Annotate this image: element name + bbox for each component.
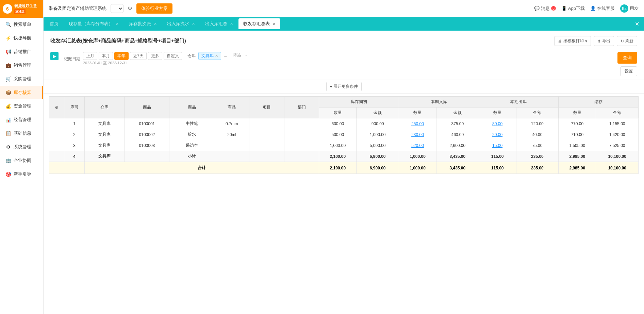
cell-opening-amt-3: 6,900.00 [357, 151, 399, 162]
tab-label-recv-send: 收发存汇总表 [243, 21, 270, 27]
curr-year-btn[interactable]: 本年 [114, 52, 129, 60]
custom-date-btn[interactable]: 自定义 [164, 52, 182, 60]
cell-project-3 [249, 151, 284, 162]
th-out-amt: 金额 [516, 108, 559, 118]
logo-title: 畅捷通好生意 [14, 3, 37, 9]
prev-month-btn[interactable]: 上月 [83, 52, 97, 60]
cell-in-qty-1[interactable]: 230.00 [399, 129, 436, 140]
online-service-item[interactable]: 👤 在线客服 [590, 5, 615, 12]
cell-spec-2 [214, 140, 249, 151]
download-icon: 📱 [561, 6, 567, 11]
table-container: ⚙ 序号 仓库 商品 商品 商品 项目 部门 库存期初 本期入库 本期出库 结存 [44, 94, 644, 174]
message-item[interactable]: 💬 消息 6 [534, 5, 556, 12]
print-btn[interactable]: 🖨 按模板打印 ▾ [554, 36, 591, 46]
curr-month-btn[interactable]: 本月 [99, 52, 113, 60]
cell-out-qty-2[interactable]: 15.00 [479, 140, 516, 151]
warehouse-tag-close[interactable]: ✕ [215, 54, 218, 58]
cell-settings-0 [49, 118, 64, 129]
tab-close-inout-summary[interactable]: ✕ [230, 22, 233, 26]
filter-row: ▶ 记账日期 上月 本月 本年 近7天 更多 自定义 2023-01-01 至 [44, 49, 644, 80]
cell-out-qty-0[interactable]: 80.00 [479, 118, 516, 129]
corp-icon: 🏢 [5, 158, 11, 163]
sidebar-item-quick[interactable]: ⚡快捷导航 [0, 31, 43, 45]
export-btn[interactable]: ⬆ 导出 [594, 36, 614, 46]
tab-recv-send[interactable]: 收发存汇总表✕ [238, 18, 280, 29]
cell-name-3: 小计 [169, 151, 214, 162]
header-right: 💬 消息 6 📱 App下载 👤 在线客服 Ea 用友 [534, 4, 639, 13]
cell-in-qty-2[interactable]: 520.00 [399, 140, 436, 151]
app-logo: 6 畅捷通好生意 标准版 [0, 0, 43, 18]
th-closing: 结存 [559, 97, 639, 108]
more-date-btn[interactable]: 更多 [148, 52, 162, 60]
sidebar-label-sales: 销售管理 [14, 62, 31, 68]
sidebar-label-corp: 企业协同 [14, 158, 31, 164]
refresh-btn[interactable]: ↻ 刷新 [617, 36, 637, 46]
th-warehouse: 仓库 [85, 97, 125, 118]
footer-out-qty: 115.00 [479, 162, 516, 174]
table-settings-th[interactable]: ⚙ [49, 97, 64, 118]
sidebar-item-purchase[interactable]: 🛒采购管理 [0, 72, 43, 86]
tab-home[interactable]: 首页 [45, 18, 63, 29]
tab-close-batch[interactable]: ✕ [154, 22, 157, 26]
header-settings-icon[interactable]: ⚙ [128, 5, 132, 12]
th-rownum: 序号 [64, 97, 84, 118]
cell-out-amt-3: 235.00 [516, 151, 559, 162]
base-icon: 📋 [5, 131, 11, 136]
cell-in-qty-0[interactable]: 250.00 [399, 118, 436, 129]
data-table: ⚙ 序号 仓库 商品 商品 商品 项目 部门 库存期初 本期入库 本期出库 结存 [49, 96, 639, 174]
warehouse-more-icon[interactable]: ··· [224, 54, 227, 59]
date-buttons: 上月 本月 本年 近7天 更多 自定义 [83, 52, 182, 60]
quick-icon: ⚡ [5, 35, 11, 41]
expand-conditions-btn[interactable]: ▾ 展开更多条件 [326, 82, 362, 91]
sidebar-item-sales[interactable]: 💼销售管理 [0, 59, 43, 72]
refresh-label: 刷新 [625, 38, 633, 44]
sidebar-item-guide[interactable]: 🎯新手引导 [0, 167, 43, 181]
sidebar-item-operations[interactable]: 📊经营管理 [0, 113, 43, 127]
cell-closing-qty-1: 710.00 [559, 129, 596, 140]
seven-days-btn[interactable]: 近7天 [130, 52, 147, 60]
filter-toggle-btn[interactable]: ▶ [50, 52, 59, 60]
tabs-bar: 首页现存量（库存分布表）✕库存批次账✕出入库流水✕出入库汇总✕收发存汇总表✕ ✕ [44, 17, 644, 31]
cell-dept-1 [284, 129, 319, 140]
sidebar-item-finance[interactable]: 💰资金管理 [0, 99, 43, 113]
tab-close-inout-flow[interactable]: ✕ [192, 22, 195, 26]
tab-close-stock-dist[interactable]: ✕ [116, 22, 119, 26]
page-title: 收发存汇总表(按仓库+商品编码+商品+规格型号+项目+部门) [50, 38, 186, 44]
sidebar-item-corp[interactable]: 🏢企业协同 [0, 154, 43, 167]
app-download-item[interactable]: 📱 App下载 [561, 5, 585, 12]
query-btn[interactable]: 查询 [617, 52, 637, 64]
footer-closing-amt: 10,100.00 [596, 162, 639, 174]
setting-btn[interactable]: 设置 [620, 66, 637, 76]
footer-opening-amt: 6,900.00 [357, 162, 399, 174]
sidebar-item-system[interactable]: ⚙系统管理 [0, 140, 43, 154]
page-header: 收发存汇总表(按仓库+商品编码+商品+规格型号+项目+部门) 🖨 按模板打印 ▾… [44, 31, 644, 49]
sidebar-label-system: 系统管理 [14, 144, 31, 150]
th-code: 商品 [125, 97, 169, 118]
tabs-close-all-icon[interactable]: ✕ [631, 21, 643, 27]
sidebar-label-marketing: 营销推广 [14, 49, 31, 55]
sidebar-item-base[interactable]: 📋基础信息 [0, 127, 43, 140]
th-project: 项目 [249, 97, 284, 118]
cell-project-2 [249, 140, 284, 151]
export-icon: ⬆ [597, 39, 601, 44]
tab-batch[interactable]: 库存批次账✕ [124, 18, 162, 29]
tab-inout-summary[interactable]: 出入库汇总✕ [200, 18, 238, 29]
tab-close-recv-send[interactable]: ✕ [273, 22, 276, 26]
sidebar-label-base: 基础信息 [14, 130, 31, 136]
cell-code-2: 0100003 [125, 140, 169, 151]
sidebar-item-marketing[interactable]: 📢营销推广 [0, 45, 43, 59]
goods-more-icon[interactable]: ··· [244, 53, 247, 57]
cell-out-qty-1[interactable]: 20.00 [479, 129, 516, 140]
tab-stock-dist[interactable]: 现存量（库存分布表）✕ [64, 18, 123, 29]
table-row: 3 文具库 0100003 采访本 1,000.00 5,000.00 520.… [49, 140, 639, 151]
footer-closing-qty: 2,985.00 [559, 162, 596, 174]
header-select[interactable] [111, 4, 123, 13]
user-item[interactable]: Ea 用友 [620, 4, 639, 13]
sidebar-item-inventory[interactable]: 📦库存核算 [0, 86, 43, 99]
app-download-label: App下载 [568, 5, 585, 12]
tab-inout-flow[interactable]: 出入库流水✕ [162, 18, 200, 29]
tab-label-batch: 库存批次账 [129, 21, 151, 27]
exp-btn[interactable]: 体验行业方案 [136, 3, 172, 14]
th-closing-qty: 数量 [559, 108, 596, 118]
sidebar-item-search[interactable]: 🔍搜索菜单 [0, 18, 43, 31]
